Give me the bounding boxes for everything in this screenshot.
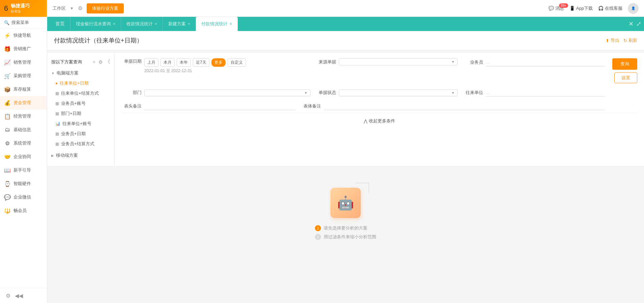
refresh-label: 刷新 (628, 37, 637, 43)
sidebar-item-funds[interactable]: 💰 资金管理 (0, 96, 47, 110)
sidebar-search-menu[interactable]: 🔍 搜索菜单 (0, 17, 47, 29)
source-select-arrow: ▼ (451, 60, 455, 64)
purchase-icon: 🛒 (4, 72, 11, 79)
sidebar-item-wecom[interactable]: 💬 企业微信 (0, 190, 47, 204)
tab-maximize-icon[interactable]: ⤢ (636, 20, 641, 28)
tip-text-2: 用过滤条件来缩小分析范围 (324, 234, 376, 240)
sidebar-item-system[interactable]: ⚙ 系统管理 (0, 137, 47, 150)
collapse-more-label: 收起更多条件 (369, 118, 395, 124)
sidebar-item-operations[interactable]: 📋 经营管理 (0, 110, 47, 123)
tab-close-all-icon[interactable]: ✕ (628, 20, 634, 28)
scheme-collapse-btn[interactable]: 《 (105, 58, 110, 65)
empty-tip-1: 1 请先选择要分析的方案 (315, 225, 376, 231)
date-btn-custom[interactable]: 自定义 (228, 58, 246, 67)
scheme-item-counterpart-date[interactable]: ● 往来单位+日期 (47, 78, 114, 88)
search-icon: 🔍 (4, 20, 9, 25)
dept-select[interactable]: ▼ (144, 89, 311, 96)
scheme-item-icon-2: ▦ (55, 91, 59, 96)
sidebar-item-hardware[interactable]: ⌚ 智能硬件 (0, 177, 47, 190)
tab-home[interactable]: 首页 (50, 17, 70, 31)
date-btn-last-month[interactable]: 上月 (144, 58, 158, 67)
header-note-input[interactable] (144, 102, 295, 110)
tab-payment-stats[interactable]: 付款情况统计 × (196, 17, 238, 31)
date-btn-more[interactable]: 更多 (211, 58, 226, 67)
system-icon: ⚙ (4, 140, 11, 147)
scheme-item-salesman-account[interactable]: ▦ 业务员+账号 (47, 98, 114, 109)
scheme-desktop-group-title[interactable]: ▼ 电脑端方案 (47, 68, 114, 78)
messages-btn[interactable]: 💬 消息 99+ (549, 5, 564, 11)
scheme-settings-btn[interactable]: ⚙ (98, 59, 103, 65)
sidebar-item-marketing[interactable]: 🎁 营销推广 (0, 42, 47, 56)
online-support-btn[interactable]: 🎧 在线客服 (598, 5, 622, 11)
scheme-item-salesman-settlement[interactable]: ▦ 业务员+结算方式 (47, 139, 114, 149)
tab-payment-stats-label: 付款情况统计 (201, 21, 228, 27)
scheme-mobile-group-title[interactable]: ▶ 移动端方案 (47, 150, 114, 160)
logo-edition: 标准版 (11, 9, 30, 14)
scheme-mobile-label: 移动端方案 (56, 152, 78, 158)
scheme-item-counterpart-settlement[interactable]: ▦ 往来单位+结算方式 (47, 88, 114, 98)
tab-new-plan-close[interactable]: × (188, 22, 190, 26)
export-label: 导出 (611, 37, 619, 43)
message-count: 99+ (559, 3, 568, 8)
tab-home-label: 首页 (55, 21, 65, 27)
sidebar-logo: 6 畅捷通巧 标准版 (0, 0, 47, 17)
date-btn-this-month[interactable]: 本月 (160, 58, 175, 67)
sidebar-item-basicinfo[interactable]: 🗂 基础信息 (0, 123, 47, 137)
trial-industry-btn[interactable]: 体验行业方案 (87, 3, 124, 13)
scheme-item-dept-date-label: 部门+日期 (61, 111, 81, 117)
user-avatar[interactable]: 👤 (628, 3, 639, 14)
date-btn-7days[interactable]: 近7天 (193, 58, 209, 67)
salesman-label: 业务员 (463, 59, 483, 65)
status-select[interactable]: ▼ (339, 89, 458, 96)
scheme-item-counterpart-account[interactable]: 📊 往来单位+账号 (47, 119, 114, 129)
filter-actions: 查询 设置 (610, 58, 637, 83)
export-btn[interactable]: ⬆ 导出 (606, 37, 619, 43)
date-btn-this-year[interactable]: 本年 (177, 58, 191, 67)
tab-receipt-stats[interactable]: 收款情况统计 × (121, 17, 163, 31)
search-menu-label: 搜索菜单 (11, 20, 29, 26)
source-select[interactable]: ▼ (339, 58, 458, 65)
collapse-more-btn[interactable]: ⋀ 收起更多条件 (358, 117, 401, 125)
tab-payment-stats-close[interactable]: × (230, 22, 232, 26)
tab-bank-flow-close[interactable]: × (113, 22, 115, 26)
sidebar-item-sales[interactable]: 📈 销售管理 (0, 56, 47, 69)
scheme-item-dept-date[interactable]: ▦ 部门+日期 (47, 109, 114, 119)
sidebar-item-member[interactable]: 🔱 畅会员 (0, 204, 47, 217)
empty-tip-2: 2 用过滤条件来缩小分析范围 (315, 234, 376, 240)
header-settings-icon[interactable]: ⚙ (78, 5, 83, 11)
sidebar-item-inventory[interactable]: 📦 库存核算 (0, 83, 47, 96)
settings-btn[interactable]: 设置 (614, 72, 637, 83)
dept-label: 部门 (121, 90, 142, 96)
scheme-item-counterpart-date-label: 往来单位+日期 (60, 80, 89, 86)
sidebar-item-operations-label: 经营管理 (13, 113, 31, 119)
sidebar: 6 畅捷通巧 标准版 🔍 搜索菜单 ⚡ 快捷导航 🎁 营销推广 📈 销售管理 🛒… (0, 0, 47, 303)
page-header-actions: ⬆ 导出 ↻ 刷新 (606, 37, 637, 43)
empty-illustration: 🤖 (325, 186, 366, 220)
collapse-sidebar-icon[interactable]: ◀◀ (15, 292, 23, 300)
sidebar-item-guide[interactable]: 📖 新手引导 (0, 163, 47, 177)
sidebar-item-quicknav[interactable]: ⚡ 快捷导航 (0, 29, 47, 42)
query-btn[interactable]: 查询 (612, 58, 637, 70)
sidebar-item-wecom-label: 企业微信 (13, 194, 31, 200)
settings-footer-icon[interactable]: ⚙ (4, 292, 12, 300)
app-download-btn[interactable]: 📱 App下载 (569, 5, 593, 11)
tab-new-plan[interactable]: 新建方案 × (163, 17, 196, 31)
body-note-input[interactable] (324, 102, 605, 110)
scheme-item-salesman-date-label: 业务员+日期 (61, 131, 86, 137)
scheme-mobile-arrow: ▶ (51, 154, 54, 157)
scheme-item-salesman-date[interactable]: ▦ 业务员+日期 (47, 129, 114, 139)
sidebar-item-purchase[interactable]: 🛒 采购管理 (0, 69, 47, 83)
sidebar-item-cooperation[interactable]: 🤝 企业协同 (0, 150, 47, 163)
tab-bank-flow[interactable]: 现金银行流水查询 × (70, 17, 121, 31)
counterpart-input[interactable] (486, 89, 605, 97)
tip-num-1: 1 (315, 225, 321, 231)
basicinfo-icon: 🗂 (4, 126, 11, 133)
tab-bar: 首页 现金银行流水查询 × 收款情况统计 × 新建方案 × 付款情况统计 × ✕… (47, 17, 644, 31)
workspace-dropdown-icon[interactable]: ▼ (70, 6, 74, 11)
salesman-input[interactable] (486, 58, 605, 66)
top-header: 工作区 ▼ ⚙ 体验行业方案 💬 消息 99+ 📱 App下载 🎧 在线客服 👤 (47, 0, 644, 17)
refresh-btn[interactable]: ↻ 刷新 (623, 37, 637, 43)
sidebar-item-quicknav-label: 快捷导航 (13, 32, 31, 38)
tab-receipt-stats-close[interactable]: × (155, 22, 157, 26)
scheme-add-btn[interactable]: ＋ (92, 59, 96, 65)
